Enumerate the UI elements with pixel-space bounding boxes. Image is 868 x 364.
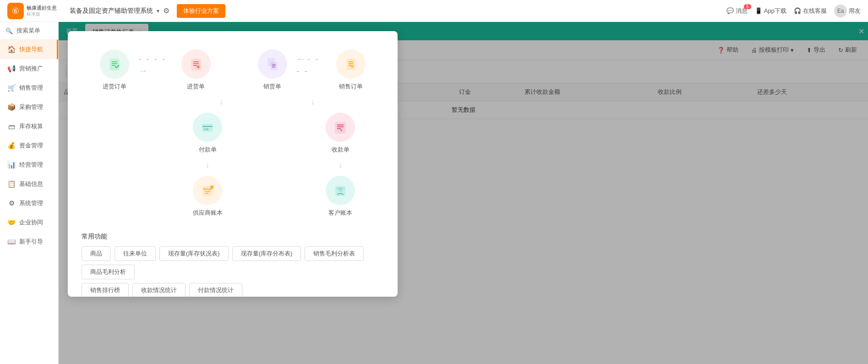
func-btn-sales-ranking[interactable]: 销售排行榜 (82, 283, 129, 297)
search-icon: 🔍 (5, 27, 13, 34)
enterprise-icon: 🤝 (7, 218, 16, 227)
sidebar-item-inventory[interactable]: 🗃 库存核算 (0, 117, 58, 136)
svg-text:¥: ¥ (206, 127, 209, 131)
down-arrow-payment: ↓ (178, 160, 237, 170)
flow-node-purchase-order[interactable]: 进货订单 (91, 49, 138, 91)
newbie-icon: 📖 (7, 238, 16, 246)
message-item[interactable]: 💬 消息 5 (726, 7, 748, 15)
func-btn-sales-margin[interactable]: 销售毛利分析表 (305, 246, 364, 261)
finance-icon: 💰 (7, 141, 16, 150)
arrow-right-1: - - - - → (138, 53, 172, 77)
arrow-left-1: ←- - - - (296, 53, 327, 77)
function-buttons: 商品 往来单位 现存量(库存状况表) 现存量(库存分布表) 销售毛利分析表 商品… (82, 246, 384, 279)
flow-diagram: 进货订单 - - - - → (82, 45, 384, 222)
service-icon: 🎧 (794, 7, 801, 14)
purchase-icon: 📦 (7, 103, 16, 111)
func-btn-stock-status[interactable]: 现存量(库存状况表) (159, 246, 229, 261)
func-btn-receipt-stats[interactable]: 收款情况统计 (132, 283, 186, 297)
flow-node-receipt-bill[interactable]: ¥ 收款单 (311, 113, 370, 154)
supplier-account-icon: 账 (193, 176, 222, 205)
func-btn-product[interactable]: 商品 (82, 246, 111, 261)
func-btn-partner[interactable]: 往来单位 (115, 246, 156, 261)
logo-text: 畅康通好生意 标准版 (27, 5, 57, 17)
flow-node-sales-bill[interactable]: 销货单 (249, 49, 296, 91)
system-icon: ⚙ (7, 199, 16, 207)
operations-icon: 📊 (7, 161, 16, 169)
svg-rect-0 (110, 59, 119, 70)
logo-area: ⑥ 畅康通好生意 标准版 (7, 3, 66, 19)
sales-icon: 🛒 (7, 84, 16, 92)
message-icon: 💬 (726, 7, 734, 14)
down-arrow-receipt: ↓ (311, 160, 370, 170)
home-icon: 🏠 (7, 45, 16, 54)
svg-text:账: 账 (211, 185, 214, 189)
top-bar: ⑥ 畅康通好生意 标准版 装备及固定资产辅助管理系统 ▾ ⚙ 体验行业方案 💬 … (0, 0, 868, 22)
message-badge: 5 (744, 4, 751, 9)
flow-node-customer-account[interactable]: 客户账本 (311, 176, 370, 217)
modal-box: 进货订单 - - - - → (68, 31, 398, 297)
flow-node-supplier-account[interactable]: 账 供应商账本 (178, 176, 237, 217)
func-btn-payment-stats[interactable]: 付款情况统计 (189, 283, 242, 297)
logo-icon: ⑥ (7, 3, 24, 19)
sidebar-item-quick-nav[interactable]: 🏠 快捷导航 (0, 40, 58, 59)
gear-button[interactable]: ⚙ (163, 6, 169, 15)
svg-text:¥: ¥ (340, 128, 343, 132)
flow-row-3: 账 供应商账本 客户 (82, 171, 384, 222)
sidebar-item-sales[interactable]: 🛒 销售管理 (0, 78, 58, 98)
online-service-item[interactable]: 🎧 在线客服 (794, 7, 827, 15)
marketing-icon: 📢 (7, 65, 16, 73)
user-item[interactable]: Ea 用友 (834, 5, 861, 17)
down-arrow-purchase: ↓ (187, 97, 246, 107)
sidebar-item-newbie[interactable]: 📖 新手引导 (0, 232, 58, 251)
flow-node-purchase-bill[interactable]: 进货单 (172, 49, 219, 91)
inventory-icon: 🗃 (7, 122, 16, 130)
flow-row-2: ¥ 付款单 ¥ (82, 108, 384, 158)
sales-order-icon (336, 49, 366, 79)
receipt-bill-icon: ¥ (326, 113, 355, 142)
purchase-order-icon (100, 49, 129, 79)
payment-bill-icon: ¥ (193, 113, 222, 142)
modal-overlay[interactable]: 进货订单 - - - - → (59, 22, 868, 364)
top-right: 💬 消息 5 📱 App下载 🎧 在线客服 Ea 用友 (726, 5, 861, 17)
sales-bill-icon (258, 49, 287, 79)
func-btn-stock-dist[interactable]: 现存量(库存分布表) (232, 246, 301, 261)
down-arrow-sales: ↓ (283, 97, 343, 107)
flow-arrows-down: ↓ ↓ (82, 95, 384, 108)
sidebar-item-basic-info[interactable]: 📋 基础信息 (0, 174, 58, 194)
system-dropdown-button[interactable]: ▾ (157, 8, 159, 14)
search-menu-item[interactable]: 🔍 搜索菜单 (0, 22, 58, 40)
app-download-item[interactable]: 📱 App下载 (755, 7, 786, 15)
sidebar-item-finance[interactable]: 💰 资金管理 (0, 136, 58, 155)
common-functions-title: 常用功能 (82, 233, 384, 241)
sidebar-item-enterprise[interactable]: 🤝 企业协同 (0, 213, 58, 232)
flow-arrows-down-2: ↓ ↓ (82, 158, 384, 171)
sidebar-item-system[interactable]: ⚙ 系统管理 (0, 194, 58, 213)
sidebar-item-operations[interactable]: 📊 经营管理 (0, 155, 58, 174)
common-functions: 常用功能 商品 往来单位 现存量(库存状况表) 现存量(库存分布表) 销售毛利分… (82, 233, 384, 297)
func-btn-product-margin[interactable]: 商品毛利分析 (82, 265, 135, 279)
sidebar: 🔍 搜索菜单 🏠 快捷导航 📢 营销推广 🛒 销售管理 📦 采购管理 🗃 (0, 22, 59, 364)
avatar: Ea (834, 5, 847, 17)
system-title: 装备及固定资产辅助管理系统 ▾ ⚙ 体验行业方案 (70, 4, 225, 18)
flow-row-1: 进货订单 - - - - → (82, 45, 384, 95)
system-name-label: 装备及固定资产辅助管理系统 (70, 7, 153, 15)
trial-button[interactable]: 体验行业方案 (177, 4, 225, 18)
sidebar-item-purchase[interactable]: 📦 采购管理 (0, 98, 58, 117)
flow-node-payment-bill[interactable]: ¥ 付款单 (178, 113, 237, 154)
basic-info-icon: 📋 (7, 180, 16, 188)
download-icon: 📱 (755, 7, 762, 14)
sidebar-item-marketing[interactable]: 📢 营销推广 (0, 59, 58, 78)
svg-point-25 (204, 128, 207, 130)
function-buttons-row2: 销售排行榜 收款情况统计 付款情况统计 (82, 283, 384, 297)
flow-node-sales-order[interactable]: 销售订单 (328, 49, 375, 91)
customer-account-icon (326, 176, 355, 205)
purchase-bill-icon (181, 49, 211, 79)
